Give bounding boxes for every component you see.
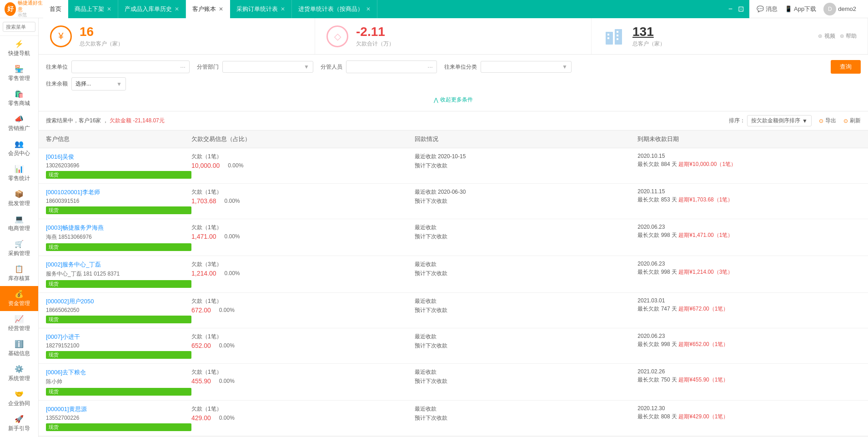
filter-category: 往来单位分类 ▼ <box>444 61 572 73</box>
filter-row-2: 往来余额 选择... ▼ <box>46 77 861 90</box>
repay-info-cell: 最近收款 预计下次收款 <box>415 405 638 422</box>
sidebar-item[interactable]: 🛍️ 零售商城 <box>0 86 38 111</box>
debt-amount: 429.00 <box>191 414 211 422</box>
top-right: 💬 消息 📱 App下载 D demo2 <box>749 3 863 15</box>
sidebar-item[interactable]: ⚙️ 系统管理 <box>0 361 38 386</box>
filter-label-supplier: 往来单位 <box>46 63 68 71</box>
sidebar-item-icon: 👥 <box>15 140 24 148</box>
stat-icon-debt: ◇ <box>326 25 349 48</box>
customer-name-link[interactable]: [0002]服务中心_丁磊 <box>46 261 191 269</box>
sidebar-item[interactable]: 🤝 企业协同 <box>0 386 38 411</box>
overdue-amount-link[interactable]: 超期¥652.00（1笔） <box>678 341 728 347</box>
filter-supplier-input[interactable]: ··· <box>71 60 190 73</box>
table-header: 客户信息 欠款交易信息（占比） 回款情况 到期未收款日期 <box>39 131 868 148</box>
tab-item[interactable]: 首页 <box>43 0 68 18</box>
overdue-info-cell: 2021.02.26 最长欠款 750 天 超期¥455.90（1笔） <box>637 368 861 384</box>
sidebar-item[interactable]: 💻 电商管理 <box>0 211 38 236</box>
overdue-amount-link[interactable]: 超期¥455.90（1笔） <box>678 377 728 383</box>
tab-label: 商品上下架 <box>75 5 104 13</box>
overdue-amount-link[interactable]: 超期¥672.00（1笔） <box>678 306 728 312</box>
status-badge: 现货 <box>46 243 191 251</box>
filter-person: 分管人员 ··· <box>321 60 437 73</box>
overdue-amount-link[interactable]: 超期¥429.00（1笔） <box>678 413 728 420</box>
overdue-amount-link[interactable]: 超期¥1,214.00（3笔） <box>678 269 733 275</box>
sidebar-item[interactable]: 🏪 零售管理 <box>0 61 38 86</box>
table-row: [0007]小进干 18279152100 现货 欠款（1笔） 652.00 0… <box>39 328 868 364</box>
window-minimize-button[interactable]: − <box>727 5 734 13</box>
tab-close-icon[interactable]: ✕ <box>281 6 285 12</box>
app-download-button[interactable]: 📱 App下载 <box>785 5 816 13</box>
sidebar-item-icon: 📋 <box>15 265 24 273</box>
tab-item[interactable]: 产成品入库单历史✕ <box>118 0 186 18</box>
customer-phone: 18665062050 <box>46 307 191 313</box>
sidebar-item[interactable]: ℹ️ 基础信息 <box>0 336 38 361</box>
logo-text: 畅捷通好生意 示范 <box>18 0 43 17</box>
overdue-amount-link[interactable]: 超期¥1,703.68（1笔） <box>678 196 733 203</box>
export-button[interactable]: ⊙ 导出 <box>819 117 836 125</box>
customer-name-link[interactable]: [0001020001]李老师 <box>46 188 191 196</box>
customer-name-link[interactable]: [0003]畅捷服务尹海燕 <box>46 224 191 232</box>
search-input[interactable] <box>3 22 35 32</box>
main-content: ¥ 16 总欠款客户（家） ◇ -2.11 欠款合计（万） <box>39 18 868 437</box>
customer-info-cell: [0003]畅捷服务尹海燕 海燕 18513066976 现货 <box>46 224 191 251</box>
tab-label: 采购订单统计表 <box>236 5 278 13</box>
tab-close-icon[interactable]: ✕ <box>107 6 111 12</box>
sidebar-item[interactable]: 📊 零售统计 <box>0 161 38 186</box>
message-button[interactable]: 💬 消息 <box>757 5 778 13</box>
sort-select[interactable]: 按欠款金额倒序排序 ▼ <box>747 115 812 126</box>
tab-close-icon[interactable]: ✕ <box>366 6 371 12</box>
overdue-amount-link[interactable]: 超期¥1,471.00（1笔） <box>678 232 733 238</box>
video-link[interactable]: ⊙ 视频 <box>818 32 835 40</box>
stats-row: ¥ 16 总欠款客户（家） ◇ -2.11 欠款合计（万） <box>39 18 868 55</box>
sidebar-item-label: 会员中心 <box>8 150 30 157</box>
repay-info-cell: 最近收款 预计下次收款 <box>415 297 638 314</box>
customer-name-link[interactable]: [000001]黄思源 <box>46 405 191 413</box>
customer-name-link[interactable]: [0006]去下粮仓 <box>46 368 191 377</box>
filter-balance-select[interactable]: 选择... ▼ <box>71 77 126 90</box>
debt-info-cell: 欠款（3笔） 1,214.00 0.00% <box>191 261 415 277</box>
sidebar-item[interactable]: 📈 经营管理 <box>0 311 38 336</box>
collapse-button[interactable]: ⋀ 收起更多条件 <box>434 96 473 104</box>
filter-label-person: 分管人员 <box>321 63 342 71</box>
filter-person-input[interactable]: ··· <box>346 60 437 73</box>
sidebar-item-icon: 💰 <box>15 290 24 298</box>
customer-name-link[interactable]: [0016]吴俊 <box>46 153 191 161</box>
sidebar-item[interactable]: 📣 营销推广 <box>0 111 38 136</box>
sidebar-item[interactable]: 🚀 新手引导 <box>0 411 38 436</box>
sidebar-item[interactable]: 📋 库存核算 <box>0 261 38 286</box>
query-button[interactable]: 查询 <box>831 60 861 74</box>
customer-name-link[interactable]: [0007]小进干 <box>46 333 191 341</box>
tab-item[interactable]: 进货单统计表（按商品）✕ <box>292 0 377 18</box>
tab-close-icon[interactable]: ✕ <box>175 6 179 12</box>
sidebar-item-icon: 📦 <box>15 190 24 198</box>
sidebar-item-label: 零售统计 <box>8 175 30 182</box>
help-link[interactable]: ⊙ 帮助 <box>840 32 857 40</box>
stat-value-customers: 16 <box>80 25 123 39</box>
sidebar-item[interactable]: 👥 会员中心 <box>0 136 38 161</box>
filter-department: 分管部门 ▼ <box>197 61 313 73</box>
customer-name-link[interactable]: [000002]用户2050 <box>46 297 191 306</box>
tab-close-icon[interactable]: ✕ <box>219 6 223 12</box>
sidebar-item[interactable]: 📦 批发管理 <box>0 186 38 211</box>
debt-amount: 1,703.68 <box>191 197 216 205</box>
next-payment: 预计下次收款 <box>415 377 638 385</box>
filter-category-input[interactable]: ▼ <box>481 61 572 73</box>
sidebar-item[interactable]: ⚡ 快捷导航 <box>0 36 38 61</box>
customer-phone: 13552700226 <box>46 415 191 421</box>
debt-count: 欠款（1笔） <box>191 333 415 341</box>
sidebar-item-label: 企业协同 <box>8 400 30 407</box>
sidebar-item[interactable]: 🛒 采购管理 <box>0 236 38 261</box>
tab-item[interactable]: 客户账本✕ <box>186 0 230 18</box>
sidebar-item-label: 库存核算 <box>8 275 30 282</box>
refresh-button[interactable]: ⊙ 刷新 <box>843 117 861 125</box>
tab-item[interactable]: 商品上下架✕ <box>68 0 118 18</box>
col-header-debt: 欠款交易信息（占比） <box>191 135 415 143</box>
tab-item[interactable]: 采购订单统计表✕ <box>230 0 292 18</box>
sidebar-item[interactable]: 💰 资金管理 <box>0 286 38 311</box>
overdue-amount-link[interactable]: 超期¥10,000.00（1笔） <box>678 161 736 167</box>
status-badge: 现货 <box>46 280 191 288</box>
window-maximize-button[interactable]: ⊡ <box>736 5 746 13</box>
debt-info-cell: 欠款（1笔） 652.00 0.00% <box>191 333 415 349</box>
user-menu[interactable]: D demo2 <box>823 3 856 15</box>
filter-dept-input[interactable]: ▼ <box>222 61 313 73</box>
